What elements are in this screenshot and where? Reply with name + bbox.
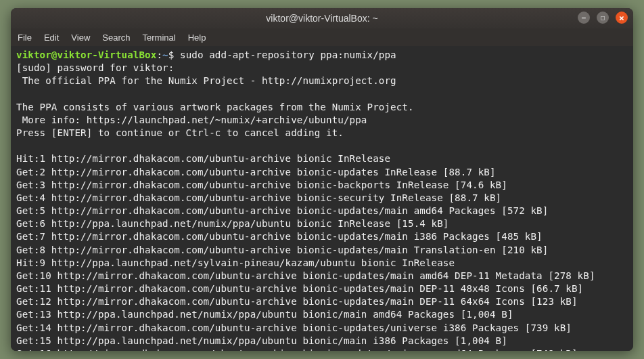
prompt-sep2: $	[168, 49, 180, 60]
output-line: Get:11 http://mirror.dhakacom.com/ubuntu…	[16, 283, 583, 294]
output-line: Get:3 http://mirror.dhakacom.com/ubuntu-…	[16, 180, 507, 190]
output-line: The PPA consists of various artwork pack…	[16, 102, 414, 112]
menu-search[interactable]: Search	[102, 33, 130, 43]
menu-edit[interactable]: Edit	[44, 33, 59, 43]
close-button[interactable]	[616, 12, 628, 24]
menubar: File Edit View Search Terminal Help	[11, 28, 633, 46]
output-line: Get:8 http://mirror.dhakacom.com/ubuntu-…	[16, 245, 548, 255]
output-line: Get:6 http://ppa.launchpad.net/numix/ppa…	[16, 218, 448, 229]
terminal-window: viktor@viktor-VirtualBox: ~ File Edit Vi…	[11, 8, 633, 351]
menu-terminal[interactable]: Terminal	[143, 33, 176, 43]
menu-help[interactable]: Help	[188, 33, 206, 43]
output-line: Get:15 http://ppa.launchpad.net/numix/pp…	[16, 335, 507, 346]
menu-file[interactable]: File	[18, 33, 32, 43]
output-line: Get:7 http://mirror.dhakacom.com/ubuntu-…	[16, 231, 543, 242]
output-line: Get:13 http://ppa.launchpad.net/numix/pp…	[16, 309, 513, 320]
output-line: Get:10 http://mirror.dhakacom.com/ubuntu…	[16, 270, 595, 281]
output-line: [sudo] password for viktor:	[16, 62, 174, 73]
prompt-user: viktor@viktor-VirtualBox	[16, 49, 156, 60]
output-line: Get:16 http://mirror.dhakacom.com/ubuntu…	[16, 348, 578, 351]
output-line: Get:2 http://mirror.dhakacom.com/ubuntu-…	[16, 167, 496, 177]
menu-view[interactable]: View	[71, 33, 90, 43]
titlebar[interactable]: viktor@viktor-VirtualBox: ~	[11, 8, 633, 28]
prompt-path: ~	[162, 49, 168, 60]
command-text: sudo add-apt-repository ppa:numix/ppa	[180, 49, 396, 60]
output-line: More info: https://launchpad.net/~numix/…	[16, 114, 367, 125]
output-line: Get:12 http://mirror.dhakacom.com/ubuntu…	[16, 296, 578, 307]
maximize-button[interactable]	[597, 12, 609, 24]
window-title: viktor@viktor-VirtualBox: ~	[266, 13, 377, 24]
window-controls	[578, 12, 628, 24]
terminal-output[interactable]: viktor@viktor-VirtualBox:~$ sudo add-apt…	[11, 46, 633, 351]
prompt-sep1: :	[156, 49, 162, 60]
output-line: Press [ENTER] to continue or Ctrl-c to c…	[16, 127, 344, 138]
output-line: Hit:1 http://mirror.dhakacom.com/ubuntu-…	[16, 153, 390, 164]
minimize-button[interactable]	[578, 12, 590, 24]
output-line: Get:14 http://mirror.dhakacom.com/ubuntu…	[16, 322, 572, 333]
output-line: Get:4 http://mirror.dhakacom.com/ubuntu-…	[16, 192, 501, 203]
output-line: Get:5 http://mirror.dhakacom.com/ubuntu-…	[16, 205, 548, 216]
output-line: Hit:9 http://ppa.launchpad.net/sylvain-p…	[16, 257, 455, 268]
output-line: The official PPA for the Numix Project -…	[16, 75, 396, 86]
